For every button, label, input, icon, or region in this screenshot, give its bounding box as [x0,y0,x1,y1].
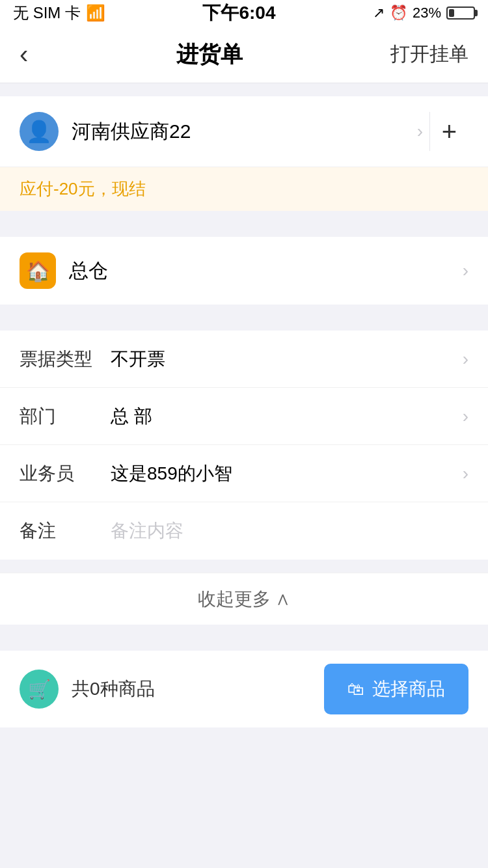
warehouse-icon-wrap: 🏠 [20,252,56,289]
department-value: 总 部 [111,404,463,429]
avatar-icon: 👤 [26,119,52,144]
mid-separator-2 [0,305,488,318]
warehouse-row[interactable]: 🏠 总仓 › [0,237,488,305]
back-button[interactable]: ‹ [20,40,28,69]
remarks-input[interactable]: 备注内容 [111,519,468,543]
form-section: 票据类型 不开票 › 部门 总 部 › 业务员 这是859的小智 › 备注 备注… [0,331,488,560]
add-icon: + [442,117,457,146]
department-row[interactable]: 部门 总 部 › [0,388,488,445]
supplier-chevron-icon: › [417,121,423,142]
product-count-text: 共0种商品 [72,677,311,701]
status-bar: 无 SIM 卡 📶 下午6:04 ↗ ⏰ 23% [0,0,488,26]
remarks-row[interactable]: 备注 备注内容 [0,502,488,560]
page-title: 进货单 [176,40,243,70]
warehouse-chevron-icon: › [463,260,468,281]
page-background [0,727,488,868]
battery-percent: 23% [413,5,441,21]
salesperson-row[interactable]: 业务员 这是859的小智 › [0,445,488,502]
remarks-label: 备注 [20,519,111,543]
bottom-bar: 🛒 共0种商品 🛍 选择商品 [0,651,488,727]
salesperson-chevron-icon: › [463,463,468,484]
salesperson-label: 业务员 [20,461,111,486]
battery-fill [449,9,454,17]
cart-icon: 🛒 [28,679,51,700]
supplier-card: 👤 河南供应商22 › + 应付-20元，现结 [0,96,488,211]
department-chevron-icon: › [463,406,468,427]
status-time: 下午6:04 [202,1,275,25]
supplier-row[interactable]: 👤 河南供应商22 › + [0,96,488,167]
invoice-type-label: 票据类型 [20,347,111,372]
open-pending-button[interactable]: 打开挂单 [390,41,468,68]
select-product-button[interactable]: 🛍 选择商品 [324,664,468,714]
collapse-button[interactable]: 收起更多 ∧ [0,573,488,625]
select-product-icon: 🛍 [347,679,364,699]
location-icon: ↗ [373,5,385,21]
carrier-text: 无 SIM 卡 [13,3,81,23]
supplier-name: 河南供应商22 [72,118,417,145]
alarm-icon: ⏰ [390,5,407,21]
warehouse-name: 总仓 [69,258,463,284]
invoice-type-chevron-icon: › [463,349,468,370]
salesperson-value: 这是859的小智 [111,461,463,486]
notice-bar: 应付-20元，现结 [0,167,488,211]
avatar: 👤 [20,112,59,151]
status-right: ↗ ⏰ 23% [373,5,475,21]
select-product-label: 选择商品 [372,677,445,701]
add-supplier-button[interactable]: + [429,112,468,151]
battery-indicator [446,7,475,20]
status-left: 无 SIM 卡 📶 [13,3,105,23]
wifi-icon: 📶 [86,4,105,22]
collapse-label: 收起更多 ∧ [198,587,291,612]
nav-bar: ‹ 进货单 打开挂单 [0,26,488,83]
notice-text: 应付-20元，现结 [20,179,146,198]
warehouse-icon: 🏠 [26,260,50,282]
invoice-type-value: 不开票 [111,347,463,372]
mid-separator-1 [0,211,488,224]
mid-separator-3 [0,625,488,638]
top-separator [0,83,488,96]
department-label: 部门 [20,404,111,429]
product-count-icon: 🛒 [20,670,59,709]
invoice-type-row[interactable]: 票据类型 不开票 › [0,331,488,388]
